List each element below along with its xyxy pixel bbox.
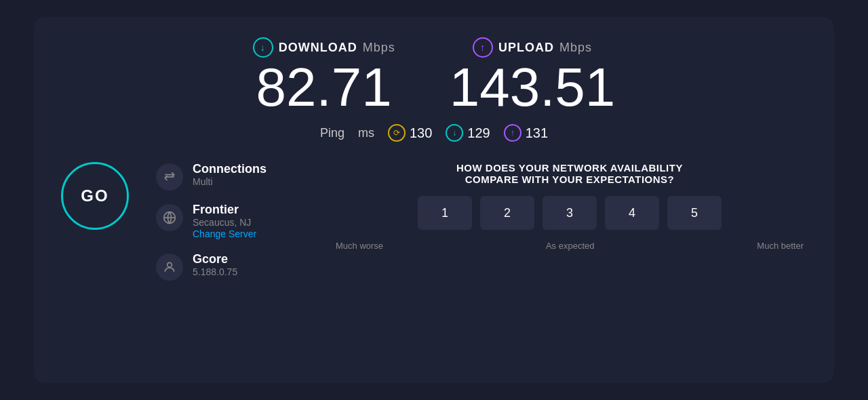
download-value: 82.71 [256,58,392,117]
ping-download-group: ↓ 129 [446,124,490,142]
survey-label-center: As expected [546,241,595,251]
change-server-link[interactable]: Change Server [193,228,256,239]
host-text: Gcore 5.188.0.75 [193,252,237,277]
survey-btn-4[interactable]: 4 [605,196,659,230]
ping-unit: ms [358,126,374,140]
connections-text: Connections Multi [193,162,267,187]
connections-value: Multi [193,176,267,187]
host-ip: 5.188.0.75 [193,266,237,277]
server-title: Frontier [193,203,256,217]
ping-upload-group: ↑ 131 [504,124,548,142]
ping-jitter-value: 130 [410,125,432,141]
ping-download-value: 129 [467,125,490,141]
ping-upload-value: 131 [526,125,548,141]
upload-icon: ↑ [473,37,493,58]
download-label-unit: Mbps [363,41,395,55]
survey-btn-5[interactable]: 5 [667,196,722,230]
survey-btn-2[interactable]: 2 [480,196,534,230]
survey-labels: Much worse As expected Much better [332,241,807,251]
bottom-section: GO Connections Multi [61,162,807,281]
connections-icon [156,163,183,191]
survey-buttons: 1 2 3 4 5 [418,196,722,230]
svg-point-4 [167,262,172,267]
jitter-icon: ⟳ [388,124,406,142]
survey-btn-3[interactable]: 3 [542,196,597,230]
server-icon [156,204,183,231]
connections-title: Connections [193,162,267,176]
go-button[interactable]: GO [61,162,129,230]
host-row: Gcore 5.188.0.75 [156,252,305,281]
ping-download-icon: ↓ [446,124,463,142]
upload-block: ↑ UPLOAD Mbps 143.51 [450,37,616,117]
survey-label-left: Much worse [336,241,383,251]
connections-row: Connections Multi [156,162,305,191]
ping-upload-icon: ↑ [504,124,521,142]
top-stats: ↓ DOWNLOAD Mbps 82.71 ↑ UPLOAD Mbps 143.… [253,37,616,117]
download-icon: ↓ [253,37,273,58]
host-icon [156,254,183,281]
survey-question: HOW DOES YOUR NETWORK AVAILABILITY COMPA… [456,162,683,185]
server-row: Frontier Secaucus, NJ Change Server [156,203,305,240]
ping-jitter-group: ⟳ 130 [388,124,432,142]
download-block: ↓ DOWNLOAD Mbps 82.71 [253,37,395,117]
upload-label-bold: UPLOAD [498,41,554,55]
ping-row: Ping ms ⟳ 130 ↓ 129 ↑ 131 [320,124,548,142]
server-text: Frontier Secaucus, NJ Change Server [193,203,256,240]
upload-value: 143.51 [450,58,616,117]
survey-panel: HOW DOES YOUR NETWORK AVAILABILITY COMPA… [332,162,807,251]
upload-label: ↑ UPLOAD Mbps [473,37,592,58]
download-label-bold: DOWNLOAD [279,41,357,55]
survey-btn-1[interactable]: 1 [418,196,472,230]
main-container: ↓ DOWNLOAD Mbps 82.71 ↑ UPLOAD Mbps 143.… [34,17,834,383]
server-location: Secaucus, NJ [193,217,256,228]
download-label: ↓ DOWNLOAD Mbps [253,37,395,58]
host-title: Gcore [193,252,237,266]
upload-label-unit: Mbps [559,41,592,55]
go-button-wrap: GO [61,162,129,230]
ping-label: Ping [320,126,344,140]
survey-label-right: Much better [757,241,804,251]
info-panel: Connections Multi Frontier Secaucus, NJ … [156,162,305,281]
